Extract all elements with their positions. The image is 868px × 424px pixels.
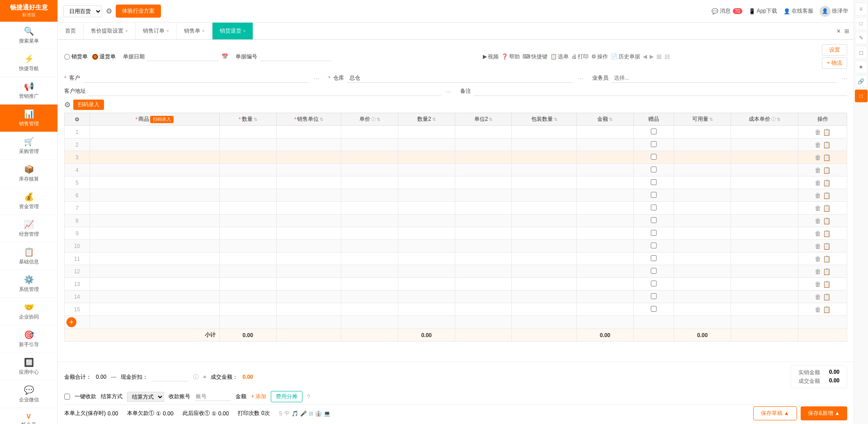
gift-checkbox[interactable] xyxy=(636,306,672,312)
sidebar-item-vip[interactable]: V 畅会员 xyxy=(0,408,57,424)
delete-row-icon[interactable]: 🗑 xyxy=(815,230,821,237)
amount-cell[interactable] xyxy=(576,303,633,316)
price-cell[interactable] xyxy=(341,278,398,291)
unit-cell[interactable] xyxy=(276,189,341,202)
gift-checkbox[interactable] xyxy=(636,230,672,236)
amount-cell[interactable] xyxy=(576,189,633,202)
operation-action[interactable]: ⚙操作 xyxy=(591,53,608,61)
cost-price-cell[interactable] xyxy=(731,164,798,176)
qty2-cell[interactable] xyxy=(398,291,455,303)
unit2-cell[interactable] xyxy=(455,202,512,214)
unit-cell[interactable] xyxy=(276,252,341,265)
help-action[interactable]: ❓帮助 xyxy=(501,53,520,61)
close-sales-delivery-icon[interactable]: × xyxy=(202,29,205,33)
video-action[interactable]: ▶视频 xyxy=(483,53,499,61)
gift-checkbox[interactable] xyxy=(636,281,672,286)
amount-cell[interactable] xyxy=(576,240,633,252)
product-cell[interactable] xyxy=(90,189,219,202)
tab-sales-delivery[interactable]: 销售单 × xyxy=(177,23,212,39)
address-more-icon[interactable]: ··· xyxy=(446,88,451,95)
gift-cell[interactable] xyxy=(633,303,674,316)
packqty-cell[interactable] xyxy=(512,176,577,189)
qty-cell[interactable] xyxy=(219,278,276,291)
amount-cell[interactable] xyxy=(576,138,633,151)
copy-row-icon[interactable]: 📋 xyxy=(823,306,830,313)
qty-cell[interactable] xyxy=(219,303,276,316)
qty-cell[interactable] xyxy=(219,176,276,189)
close-tab-icon[interactable]: ✕ xyxy=(836,28,841,34)
close-sales-order-icon[interactable]: × xyxy=(166,29,169,33)
copy-row-icon[interactable]: 📋 xyxy=(823,154,830,161)
qty2-cell[interactable] xyxy=(398,189,455,202)
qty-cell[interactable] xyxy=(219,202,276,214)
sidebar-item-enterprise[interactable]: 🤝 企业协同 xyxy=(0,298,57,325)
price-info-icon[interactable]: ⓘ xyxy=(371,116,376,123)
sidebar-item-operations[interactable]: 📈 经营管理 xyxy=(0,215,57,243)
qty-cell[interactable] xyxy=(219,265,276,278)
available-cell[interactable] xyxy=(674,164,731,176)
qty-cell[interactable] xyxy=(219,164,276,176)
packqty-cell[interactable] xyxy=(512,214,577,227)
copy-row-icon[interactable]: 📋 xyxy=(823,167,830,174)
qty-cell[interactable] xyxy=(219,240,276,252)
gift-cell[interactable] xyxy=(633,265,674,278)
cost-price-cell[interactable] xyxy=(731,176,798,189)
tab-price-setting[interactable]: 售价提取设置 × xyxy=(84,23,136,39)
delete-row-icon[interactable]: 🗑 xyxy=(815,192,821,199)
delete-row-icon[interactable]: 🗑 xyxy=(815,217,821,224)
right-panel-btn-6[interactable]: 🔗 xyxy=(855,75,868,88)
cost-price-info-icon[interactable]: ⓘ xyxy=(771,116,776,123)
copy-row-icon[interactable]: 📋 xyxy=(823,230,830,237)
unit-cell[interactable] xyxy=(276,202,341,214)
amount-cell[interactable] xyxy=(576,176,633,189)
amount-cell[interactable] xyxy=(576,151,633,164)
unit-cell[interactable] xyxy=(276,303,341,316)
unit2-cell[interactable] xyxy=(455,291,512,303)
sort-unit-icon[interactable]: ⇅ xyxy=(320,117,323,122)
qty-cell[interactable] xyxy=(219,214,276,227)
gift-cell[interactable] xyxy=(633,189,674,202)
cost-price-cell[interactable] xyxy=(731,138,798,151)
unit2-cell[interactable] xyxy=(455,227,512,240)
online-service-item[interactable]: 👤 在线客服 xyxy=(783,7,813,15)
price-cell[interactable] xyxy=(341,202,398,214)
product-cell[interactable] xyxy=(90,265,219,278)
amount-cell[interactable] xyxy=(576,164,633,176)
amount-cell[interactable] xyxy=(576,202,633,214)
sidebar-item-shortcut[interactable]: ⚡ 快捷导航 xyxy=(0,49,57,77)
copy-row-icon[interactable]: 📋 xyxy=(823,217,830,224)
available-cell[interactable] xyxy=(674,202,731,214)
sidebar-item-marketing[interactable]: 📢 营销推广 xyxy=(0,77,57,105)
delete-row-icon[interactable]: 🗑 xyxy=(815,129,821,136)
qty2-cell[interactable] xyxy=(398,138,455,151)
unit2-cell[interactable] xyxy=(455,138,512,151)
amount-cell[interactable] xyxy=(576,265,633,278)
product-input[interactable] xyxy=(92,154,217,161)
add-row-btn[interactable]: + xyxy=(66,317,76,327)
qty2-cell[interactable] xyxy=(398,227,455,240)
gift-checkbox[interactable] xyxy=(636,268,672,274)
calendar-icon[interactable]: 📅 xyxy=(222,53,228,60)
app-download-item[interactable]: 📱 App下载 xyxy=(749,7,777,15)
available-cell[interactable] xyxy=(674,291,731,303)
price-cell[interactable] xyxy=(341,126,398,138)
packqty-cell[interactable] xyxy=(512,252,577,265)
delete-row-icon[interactable]: 🗑 xyxy=(815,293,821,300)
add-payment-btn[interactable]: + 添加 xyxy=(251,393,266,400)
cost-price-cell[interactable] xyxy=(731,291,798,303)
calc-method-select[interactable]: 结算方式 xyxy=(127,392,164,402)
sort-unit2-icon[interactable]: ⇅ xyxy=(489,117,492,122)
sidebar-item-system[interactable]: ⚙️ 系统管理 xyxy=(0,270,57,298)
copy-row-icon[interactable]: 📋 xyxy=(823,205,830,212)
cost-price-cell[interactable] xyxy=(731,240,798,252)
history-action[interactable]: 📄历史单据 xyxy=(611,53,640,61)
product-cell[interactable] xyxy=(90,291,219,303)
price-cell[interactable] xyxy=(341,240,398,252)
th-settings-icon[interactable]: ⚙ xyxy=(75,116,80,123)
amount-cell[interactable] xyxy=(576,252,633,265)
salesperson-input[interactable] xyxy=(611,73,837,83)
price-cell[interactable] xyxy=(341,265,398,278)
gift-checkbox[interactable] xyxy=(636,192,672,198)
cost-price-cell[interactable] xyxy=(731,151,798,164)
product-cell[interactable] xyxy=(90,202,219,214)
